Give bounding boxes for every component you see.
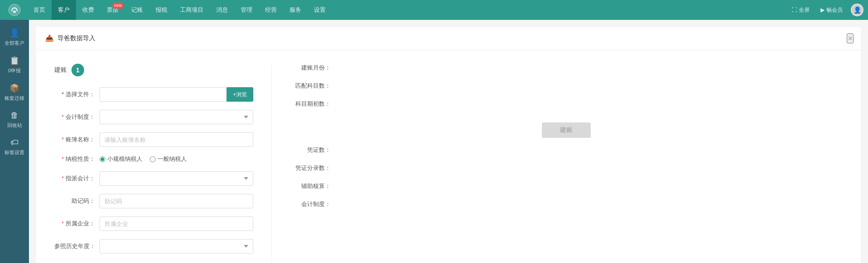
accountant-row: 指派会计： (54, 171, 253, 186)
close-button[interactable]: × (847, 33, 854, 43)
panel-title: 导爸数据导入 (57, 34, 95, 42)
sidebar-item-recycle[interactable]: 🗑 回收站 (0, 106, 29, 133)
voucher-label: 凭证数： (290, 146, 331, 154)
file-input[interactable] (100, 87, 227, 102)
memo-row: 助记码： (54, 194, 253, 208)
nav-home[interactable]: 首页 (27, 0, 52, 20)
aux-row: 辅助核算： (290, 182, 843, 190)
month-label: 建账月份： (290, 64, 331, 72)
company-input[interactable] (100, 216, 253, 231)
tax-radio-group: 小规模纳税人 一般纳税人 (100, 155, 187, 163)
fullscreen-icon: ⛶ (792, 7, 797, 13)
sidebar: 👤 全部客户 📋 0申报 📦 账套迁移 🗑 回收站 🏷 标签设置 (0, 20, 29, 263)
avatar[interactable]: 👤 (851, 4, 863, 16)
history-select[interactable] (100, 239, 253, 254)
logo[interactable] (5, 0, 24, 20)
tax-small-scale[interactable]: 小规模纳税人 (100, 155, 142, 163)
nav-bookkeeping[interactable]: 记账 (125, 0, 149, 20)
nav-fee[interactable]: 收费 (76, 0, 100, 20)
memo-label: 助记码： (54, 197, 95, 205)
match-row: 匹配科目数： (290, 82, 843, 90)
tax-general-radio[interactable] (150, 156, 156, 162)
file-row: * 选择文件： +浏览 (54, 87, 253, 102)
sidebar-item-migrate[interactable]: 📦 账套迁移 (0, 79, 29, 106)
accounting-row: 会计制度： (54, 110, 253, 124)
file-label: * 选择文件： (54, 90, 95, 99)
new-badge: new (113, 3, 123, 9)
panel-header-icon: 📥 (45, 34, 54, 42)
nav-service[interactable]: 服务 (283, 0, 308, 20)
panel-header: 📥 导爸数据导入 × (36, 27, 861, 50)
browse-button[interactable]: +浏览 (227, 87, 253, 102)
month-row: 建账月份： (290, 64, 843, 72)
nav-invoice[interactable]: 票据 new (100, 0, 125, 20)
accountant-select[interactable] (100, 171, 253, 186)
migrate-icon: 📦 (9, 83, 19, 93)
memo-input[interactable] (100, 194, 253, 208)
tax-small-radio[interactable] (100, 156, 105, 162)
init-row: 科目期初数： (290, 100, 843, 108)
form-left: 建账 1 * 选择文件： +浏览 会计制度： (54, 64, 271, 262)
account-name-input[interactable] (100, 132, 253, 147)
voucher-entries-row: 凭证分录数： (290, 164, 843, 172)
form-area: 建账 1 * 选择文件： +浏览 会计制度： (36, 50, 861, 263)
panel: 📥 导爸数据导入 × 建账 1 * 选择文件： (36, 27, 861, 263)
layout: 👤 全部客户 📋 0申报 📦 账套迁移 🗑 回收站 🏷 标签设置 📥 导爸数据导… (0, 20, 868, 263)
accountant-label: 指派会计： (54, 174, 95, 183)
sidebar-item-all-customers[interactable]: 👤 全部客户 (0, 23, 29, 51)
step-number: 1 (71, 64, 84, 76)
sidebar-item-zero-declare[interactable]: 📋 0申报 (0, 51, 29, 79)
build-button[interactable]: 建账 (542, 122, 591, 138)
file-input-group: +浏览 (100, 87, 253, 102)
svg-point-1 (13, 10, 16, 13)
recycle-icon: 🗑 (10, 111, 19, 120)
nav-business[interactable]: 工商项目 (174, 0, 210, 20)
step-label: 建账 (54, 66, 67, 74)
voucher-row: 凭证数： (290, 146, 843, 154)
accounting-label: 会计制度： (54, 113, 95, 121)
tax-general[interactable]: 一般纳税人 (150, 155, 187, 163)
fullscreen-btn[interactable]: ⛶ 全屏 (789, 6, 812, 14)
accounting-system-row: 会计制度： (290, 200, 843, 208)
build-btn-wrap: 建账 (290, 118, 843, 138)
account-name-row: 账簿名称： (54, 132, 253, 147)
company-label: 所属企业： (54, 220, 95, 228)
tag-icon: 🏷 (10, 138, 19, 147)
sidebar-item-tag-settings[interactable]: 🏷 标签设置 (0, 133, 29, 160)
vip-btn[interactable]: ▶ 畅会员 (818, 6, 845, 14)
history-label: 参照历史年度： (54, 242, 95, 250)
nav-tax[interactable]: 报税 (149, 0, 174, 20)
company-row: 所属企业： (54, 216, 253, 231)
nav-manage[interactable]: 管理 (234, 0, 259, 20)
aux-label: 辅助核算： (290, 182, 331, 190)
nav-customer[interactable]: 客户 (52, 0, 76, 20)
all-customers-icon: 👤 (9, 28, 19, 38)
nav-settings[interactable]: 设置 (308, 0, 332, 20)
declare-icon: 📋 (9, 56, 19, 66)
accounting-system-label: 会计制度： (290, 200, 331, 208)
history-row: 参照历史年度： (54, 239, 253, 254)
account-name-label: 账簿名称： (54, 136, 95, 144)
nav-message[interactable]: 消息 (210, 0, 234, 20)
tax-label: 纳税性质： (54, 155, 95, 163)
match-label: 匹配科目数： (290, 82, 331, 90)
main-content: 📥 导爸数据导入 × 建账 1 * 选择文件： (29, 20, 868, 263)
svg-point-0 (9, 4, 20, 16)
step-header: 建账 1 (54, 64, 253, 76)
voucher-entries-label: 凭证分录数： (290, 164, 331, 172)
nav-operation[interactable]: 经营 (259, 0, 283, 20)
vip-icon: ▶ (821, 7, 825, 13)
top-nav: 首页 客户 收费 票据 new 记账 报税 工商项目 消息 管理 经营 服务 设… (0, 0, 868, 20)
form-right: 建账月份： 匹配科目数： 科目期初数： 建账 (271, 64, 843, 262)
tax-row: 纳税性质： 小规模纳税人 一般纳税人 (54, 155, 253, 163)
accounting-select[interactable] (100, 110, 253, 124)
nav-right: ⛶ 全屏 ▶ 畅会员 👤 (789, 4, 863, 16)
init-label: 科目期初数： (290, 100, 331, 108)
